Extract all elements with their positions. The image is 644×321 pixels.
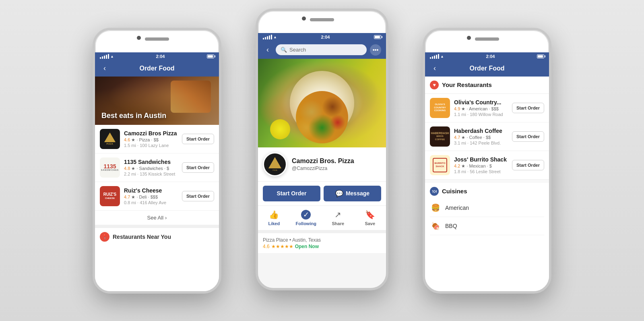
restaurant-item-joss: BURRITO SHACK Joss' Burrito Shack 4.2 ★ …	[425, 151, 549, 180]
start-order-camozzi[interactable]: Start Order	[182, 134, 214, 144]
cuisine-bbq[interactable]: 🍖 BBQ	[430, 217, 544, 235]
start-order-joss[interactable]: Start Order	[512, 160, 544, 170]
nav-bar-left: ‹ Order Food	[95, 60, 219, 77]
cuisines-header: 🍽 Cuisines	[430, 187, 544, 196]
ruizs-star: ★	[131, 195, 135, 199]
save-icon: 🔖	[365, 210, 375, 220]
time-left: 2:04	[156, 54, 165, 59]
page-info: Pizza Place • Austin, Texas 4.6 ★★★★★ Op…	[258, 233, 386, 254]
joss-cat: Mexican	[469, 164, 486, 168]
near-label: Restaurants Near You	[113, 234, 171, 240]
msig1	[263, 38, 264, 39]
haberdash-cat: Coffee	[469, 135, 482, 140]
ruizs-price: $$$	[151, 195, 158, 199]
logo-camozzi: PIZZA	[100, 129, 120, 149]
back-button-left[interactable]: ‹	[100, 64, 109, 73]
joss-star: ★	[461, 164, 465, 168]
search-bar-middle[interactable]: 🔍 Search	[276, 44, 367, 55]
back-button-right[interactable]: ‹	[430, 64, 440, 73]
joss-name: Joss' Burrito Shack	[454, 156, 508, 163]
1135-addr: 135 Kissick Street	[140, 172, 175, 176]
start-order-olivias[interactable]: Start Order	[512, 103, 544, 113]
lemon-visual	[270, 119, 290, 139]
phone-top-left	[95, 30, 219, 54]
start-order-haberdash[interactable]: Start Order	[512, 131, 544, 142]
wifi-right: ▲	[440, 54, 444, 58]
camozzi-meta: 4.6 ★ · Pizza · $$	[124, 137, 178, 143]
status-icons-left: ▲	[100, 54, 114, 59]
ruizs-cat: Deli	[139, 195, 147, 199]
joss-rating: 4.2	[454, 164, 460, 168]
joss-dist: 1.8 mi	[454, 169, 466, 174]
american-icon: 🍔	[430, 202, 441, 213]
save-label: Save	[365, 221, 375, 226]
profile-name: Camozzi Bros. Pizza	[292, 157, 354, 165]
pizza-toppings	[296, 91, 348, 143]
restaurant-info-joss: Joss' Burrito Shack 4.2 ★ · Mexican · $	[454, 156, 508, 174]
battery-left	[207, 54, 214, 58]
food-visual	[171, 81, 211, 113]
1135-star: ★	[131, 166, 135, 171]
olivias-cat: American	[469, 106, 487, 111]
more-button-middle[interactable]: •••	[370, 44, 381, 56]
rsig2	[432, 56, 433, 59]
battery-fill-middle	[375, 36, 380, 38]
logo-olivias: OLIVIA'S COUNTRY COOKING	[430, 98, 450, 118]
restaurant-item-1135: 1135 SANDWICHES 1135 Sandwiches 4.8 ★ ·	[95, 153, 219, 182]
rsig1	[430, 57, 431, 59]
page-rating: 4.6 ★★★★★ Open Now	[263, 244, 381, 249]
search-placeholder-middle: Search	[289, 47, 306, 53]
camozzi-dist: 1.5 mi	[124, 143, 136, 148]
camozzi-price: $$	[154, 137, 159, 142]
message-label: Message	[346, 190, 369, 197]
social-tabs: 👍 Liked ✓ Following ↗ Share 🔖	[258, 206, 386, 233]
battery-fill-left	[208, 55, 213, 58]
logo-joss: BURRITO SHACK	[430, 155, 450, 175]
see-all-arrow: ›	[165, 215, 167, 221]
ruizs-address: 0.8 mi · 416 Alley Ave	[124, 200, 178, 205]
cuisines-title: Cuisines	[442, 188, 467, 195]
1135-price: $	[167, 166, 169, 171]
haberdash-meta: 4.7 ★ · Coffee · $$	[454, 135, 508, 140]
share-label: Share	[332, 221, 344, 226]
cuisine-american[interactable]: 🍔 American	[430, 199, 544, 217]
1135-address: 2.2 mi · 135 Kissick Street	[124, 172, 178, 176]
start-order-1135[interactable]: Start Order	[182, 162, 214, 173]
status-icons-middle: ▲	[263, 35, 277, 39]
wifi-middle: ▲	[273, 35, 277, 39]
status-icons-right: ▲	[430, 54, 444, 59]
message-button[interactable]: 💬 Message	[324, 186, 381, 201]
logo-haberdash: HABERDASH BROS COFFEE	[430, 126, 450, 147]
joss-address: 1.8 mi · 56 Leslie Street	[454, 169, 508, 174]
status-bar-right: ▲ 2:04	[425, 52, 549, 60]
camozzi-star-icon: ★	[131, 137, 135, 142]
see-all-row[interactable]: See All ›	[95, 211, 219, 228]
phone-top-right	[425, 30, 549, 54]
rsig5	[438, 54, 439, 59]
tab-following[interactable]: ✓ Following	[290, 206, 322, 230]
camozzi-cat-text: Pizza	[139, 137, 150, 142]
american-label: American	[445, 205, 469, 211]
restaurant-item-haberdash: HABERDASH BROS COFFEE Haberdash Coffee 4…	[425, 122, 549, 151]
ruizs-rating: 4.7	[124, 195, 130, 199]
back-button-middle[interactable]: ‹	[263, 45, 272, 55]
phone-left-wrapper: ▲ 2:04 ‹ Order Food	[93, 28, 221, 294]
tab-liked[interactable]: 👍 Liked	[258, 206, 290, 230]
battery-fill-right	[538, 55, 543, 58]
page-type: Pizza Place • Austin, Texas	[263, 237, 381, 243]
start-order-ruizs[interactable]: Start Order	[182, 191, 214, 201]
tab-share[interactable]: ↗ Share	[322, 206, 354, 230]
rsig3	[434, 56, 435, 59]
haberdash-name: Haberdash Coffee	[454, 128, 508, 134]
haberdash-dist: 3.1 mi	[454, 141, 466, 145]
camera-right	[467, 36, 471, 40]
hero-banner: Best eats in Austin	[95, 77, 219, 125]
restaurant-list-right: OLIVIA'S COUNTRY COOKING Olivia's Countr…	[425, 94, 549, 291]
camera-left	[137, 36, 141, 40]
tab-save[interactable]: 🔖 Save	[354, 206, 386, 230]
start-order-middle[interactable]: Start Order	[263, 186, 320, 201]
liked-label: Liked	[268, 221, 280, 226]
bbq-label: BBQ	[445, 223, 457, 229]
sig2	[102, 56, 103, 59]
haberdash-price: $$	[486, 135, 491, 140]
